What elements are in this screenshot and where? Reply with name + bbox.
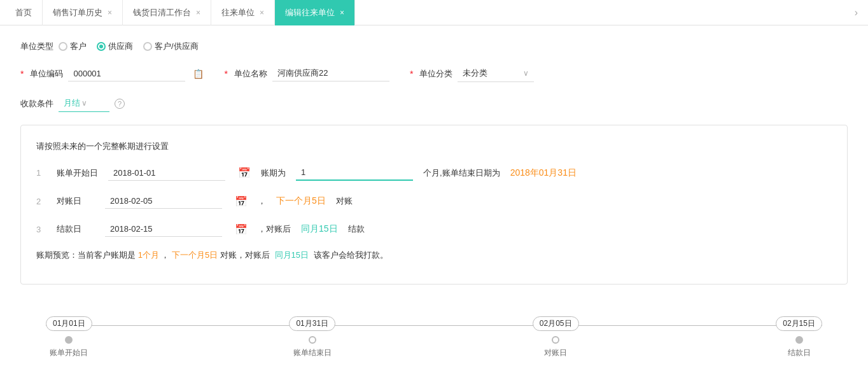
radio-group: 客户 供应商 客户/供应商 xyxy=(59,41,199,52)
preview-day-highlight: 同月15日 xyxy=(275,250,309,260)
condition-row: 收款条件 月结 ∨ ? xyxy=(20,95,848,112)
tl-badge-2: 01月31日 xyxy=(289,316,335,331)
preview-text3: 该客户会给我打款。 xyxy=(314,250,388,260)
start-date-input[interactable] xyxy=(108,165,225,181)
timeline-container: 01月01日 账单开始日 01月31日 账单结束日 02月05日 对账日 02月… xyxy=(20,297,848,384)
calendar-icon-2[interactable]: 📅 xyxy=(235,195,248,208)
period-suffix: 个月,账单结束日期为 xyxy=(423,167,500,179)
page-content: 单位类型 客户 供应商 客户/供应商 * 单位编码 xyxy=(0,25,868,387)
timeline-point-3: 02月05日 对账日 xyxy=(533,316,579,358)
preview-next-highlight: 下一个月5日 xyxy=(172,250,218,260)
calendar-icon-3[interactable]: 📅 xyxy=(235,223,248,236)
radio-customer-label: 客户 xyxy=(70,41,87,52)
row2-suffix: ， xyxy=(258,195,266,207)
tl-label-3: 对账日 xyxy=(544,348,567,358)
period-label: 账期为 xyxy=(261,167,286,179)
row2-next-highlight: 下一个月5日 xyxy=(276,195,326,207)
classify-arrow-icon: ∨ xyxy=(523,69,529,78)
row-num-3: 3 xyxy=(36,225,46,234)
row-type-1: 账单开始日 xyxy=(57,167,98,179)
account-preview: 账期预览：当前客户账期是 1个月 ， 下一个月5日 对账，对账后 同月15日 该… xyxy=(36,250,832,261)
tl-label-4: 结款日 xyxy=(788,348,811,358)
period-input[interactable] xyxy=(296,165,413,181)
unit-classify-select[interactable]: 未分类 ∨ xyxy=(458,65,534,82)
unit-classify-label: 单位分类 xyxy=(419,68,452,80)
required-star-name: * xyxy=(224,69,227,79)
preview-label: 账期预览：当前客户账期是 xyxy=(36,250,136,260)
settings-box: 请按照未来的一个完整帐期进行设置 1 账单开始日 📅 账期为 个月,账单结束日期… xyxy=(20,125,848,285)
tab-partner[interactable]: 往来单位 × xyxy=(211,0,275,25)
tab-partner-label: 往来单位 xyxy=(221,7,255,18)
settings-row-2: 2 对账日 📅 ， 下一个月5日 对账 xyxy=(36,194,832,209)
help-icon[interactable]: ? xyxy=(115,99,125,109)
radio-supplier-circle xyxy=(97,42,106,51)
row-type-3: 结款日 xyxy=(57,223,95,235)
code-name-row: * 单位编码 📋 * 单位名称 * 单位分类 未分类 ∨ xyxy=(20,65,848,82)
row-num-1: 1 xyxy=(36,168,46,178)
unit-name-field: * 单位名称 xyxy=(224,66,389,81)
radio-supplier-label: 供应商 xyxy=(108,41,133,52)
unit-classify-field: * 单位分类 未分类 ∨ xyxy=(410,65,534,82)
row2-next-suffix: 对账 xyxy=(336,195,353,207)
row3-suffix: ，对账后 xyxy=(258,223,291,235)
unit-name-label: 单位名称 xyxy=(234,68,267,80)
condition-arrow-icon: ∨ xyxy=(81,99,87,108)
tab-partner-close[interactable]: × xyxy=(260,8,264,17)
period-date-highlight: 2018年01月31日 xyxy=(510,167,577,179)
condition-select[interactable]: 月结 ∨ xyxy=(59,95,109,112)
settings-row-3: 3 结款日 📅 ，对账后 同月15日 结款 xyxy=(36,222,832,237)
row-num-2: 2 xyxy=(36,197,46,206)
radio-both-label: 客户/供应商 xyxy=(155,41,199,52)
tab-home[interactable]: 首页 xyxy=(5,0,43,25)
required-star-code: * xyxy=(20,69,24,79)
tab-cash-label: 钱货日清工作台 xyxy=(133,7,191,18)
tl-badge-3: 02月05日 xyxy=(533,316,579,331)
tab-edit-close[interactable]: × xyxy=(340,8,344,17)
tl-node-4 xyxy=(795,336,803,344)
calendar-icon-1[interactable]: 📅 xyxy=(238,167,251,179)
unit-name-input[interactable] xyxy=(272,66,389,81)
tab-cash-work[interactable]: 钱货日清工作台 × xyxy=(123,0,211,25)
radio-customer[interactable]: 客户 xyxy=(59,41,87,52)
radio-customer-circle xyxy=(59,42,67,51)
tab-sales-history[interactable]: 销售订单历史 × xyxy=(43,0,123,25)
copy-icon[interactable]: 📋 xyxy=(193,69,204,79)
timeline-points: 01月01日 账单开始日 01月31日 账单结束日 02月05日 对账日 02月… xyxy=(46,316,822,358)
unit-classify-value: 未分类 xyxy=(463,67,521,79)
tab-home-label: 首页 xyxy=(15,7,32,18)
tabs-arrow[interactable]: › xyxy=(850,7,863,18)
unit-type-field: 单位类型 客户 供应商 客户/供应商 xyxy=(20,41,199,52)
radio-supplier[interactable]: 供应商 xyxy=(97,41,133,52)
radio-both-circle xyxy=(143,42,152,51)
preview-text2: 对账，对账后 xyxy=(220,250,270,260)
tl-label-1: 账单开始日 xyxy=(50,348,88,358)
tabs-bar: 首页 销售订单历史 × 钱货日清工作台 × 往来单位 × 编辑往来单位 × › xyxy=(0,0,868,25)
tl-node-3 xyxy=(552,336,559,344)
tab-edit-label: 编辑往来单位 xyxy=(285,7,335,18)
timeline-point-2: 01月31日 账单结束日 xyxy=(289,316,335,358)
unit-code-input[interactable] xyxy=(68,66,185,81)
tl-badge-1: 01月01日 xyxy=(46,316,92,331)
tab-edit-partner[interactable]: 编辑往来单位 × xyxy=(275,0,355,25)
tab-cash-close[interactable]: × xyxy=(196,8,200,17)
tl-label-2: 账单结束日 xyxy=(293,348,332,358)
tab-sales-label: 销售订单历史 xyxy=(53,7,102,18)
tl-node-1 xyxy=(65,336,73,344)
reconcile-date-input[interactable] xyxy=(105,194,222,209)
unit-type-label: 单位类型 xyxy=(20,41,53,52)
payment-date-input[interactable] xyxy=(105,222,222,237)
tl-node-2 xyxy=(309,336,316,344)
unit-type-row: 单位类型 客户 供应商 客户/供应商 xyxy=(20,41,848,52)
tl-badge-4: 02月15日 xyxy=(776,316,822,331)
settings-row-1: 1 账单开始日 📅 账期为 个月,账单结束日期为 2018年01月31日 xyxy=(36,165,832,181)
required-star-classify: * xyxy=(410,69,413,79)
tab-sales-close[interactable]: × xyxy=(108,8,112,17)
radio-both[interactable]: 客户/供应商 xyxy=(143,41,199,52)
row-type-2: 对账日 xyxy=(57,195,95,207)
unit-code-field: * 单位编码 📋 xyxy=(20,66,204,81)
settings-hint: 请按照未来的一个完整帐期进行设置 xyxy=(36,141,832,152)
preview-month-highlight: 1个月 xyxy=(138,250,159,260)
unit-code-label: 单位编码 xyxy=(30,68,63,80)
row3-day-suffix: 结款 xyxy=(348,223,365,235)
condition-value: 月结 xyxy=(64,97,80,109)
